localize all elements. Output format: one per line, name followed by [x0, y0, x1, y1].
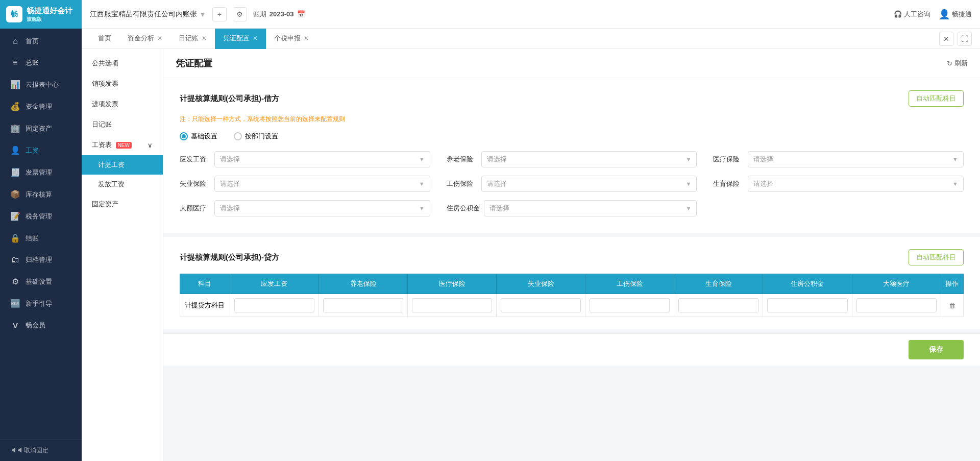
radio-basic-setting[interactable]: 基础设置: [180, 132, 217, 141]
cancel-fixed-button[interactable]: ◀◀ 取消固定: [0, 440, 82, 461]
sidebar-item-inventory[interactable]: 📦 库存核算: [0, 183, 82, 205]
unemployment-select[interactable]: 请选择 ▼: [214, 176, 430, 192]
credit-table: 科目 应发工资 养老保险 医疗保险 失业保险 工伤保险 生育保险 住房公积金 大…: [180, 274, 964, 317]
col-salary: 应发工资: [230, 274, 318, 294]
input-credit-large-medical[interactable]: [856, 298, 937, 312]
tab-voucher[interactable]: 凭证配置 ✕: [215, 29, 266, 49]
salary-label: 应发工资: [180, 155, 210, 164]
maternity-select[interactable]: 请选择 ▼: [748, 176, 964, 192]
close-window-button[interactable]: ✕: [939, 32, 953, 46]
table-row: 计提贷方科目 🗑: [180, 294, 964, 317]
settings-button[interactable]: ⚙: [233, 7, 247, 21]
sidebar-item-reports[interactable]: 📊 云报表中心: [0, 74, 82, 95]
debit-radio-group: 基础设置 按部门设置: [180, 132, 964, 141]
home-icon: ⌂: [10, 37, 20, 46]
cell-salary: [230, 294, 318, 317]
pension-label: 养老保险: [447, 155, 477, 164]
input-credit-injury[interactable]: [590, 298, 670, 312]
credit-auto-match-button[interactable]: 自动匹配科目: [909, 249, 964, 265]
input-credit-maternity[interactable]: [678, 298, 758, 312]
inventory-icon: 📦: [10, 189, 20, 199]
input-credit-pension[interactable]: [323, 298, 403, 312]
input-credit-salary[interactable]: [234, 298, 314, 312]
tab-funds-close[interactable]: ✕: [157, 35, 162, 42]
tab-tax-close[interactable]: ✕: [304, 35, 309, 42]
input-credit-housing[interactable]: [767, 298, 847, 312]
tab-journal[interactable]: 日记账 ✕: [170, 29, 215, 49]
delete-icon[interactable]: 🗑: [949, 302, 955, 309]
large-medical-select-arrow: ▼: [419, 205, 425, 211]
sidebar-item-vip[interactable]: V 畅会员: [0, 314, 82, 336]
fullscreen-button[interactable]: ⛶: [958, 32, 972, 46]
menu-item-payroll-table[interactable]: 工资表 NEW ∨: [82, 135, 163, 155]
sidebar-item-invoice[interactable]: 🧾 发票管理: [0, 161, 82, 183]
user-button[interactable]: 👤 畅捷通: [939, 9, 972, 20]
col-pension: 养老保险: [318, 274, 407, 294]
debit-section: 计提核算规则(公司承担)-借方 自动匹配科目 注：只能选择一种方式，系统将按照您…: [163, 78, 980, 237]
tab-journal-close[interactable]: ✕: [202, 35, 207, 42]
salary-select[interactable]: 请选择 ▼: [214, 151, 430, 167]
salary-icon: 👤: [10, 145, 20, 155]
medical-select-arrow: ▼: [952, 156, 958, 162]
pension-select[interactable]: 请选择 ▼: [481, 151, 697, 167]
radio-department-setting[interactable]: 按部门设置: [234, 132, 278, 141]
cell-housing: [763, 294, 852, 317]
closing-icon: 🔒: [10, 233, 20, 243]
content-area: 公共选项 销项发票 进项发票 日记账 工资表 NEW ∨ 计提工资: [82, 49, 980, 461]
main-area: 江西服宝精品有限责任公司内账张 ▼ + ⚙ 账期 2023-03 📅 🎧 人工咨…: [82, 0, 980, 461]
debit-auto-match-button[interactable]: 自动匹配科目: [909, 90, 964, 107]
menu-item-sales[interactable]: 销项发票: [82, 74, 163, 94]
menu-item-payroll-calc[interactable]: 计提工资: [82, 155, 163, 175]
sidebar-item-closing[interactable]: 🔒 结账: [0, 227, 82, 249]
input-credit-medical[interactable]: [412, 298, 492, 312]
ledger-icon: ≡: [10, 58, 20, 67]
col-large-medical: 大额医疗: [852, 274, 941, 294]
row-label: 计提贷方科目: [180, 294, 230, 317]
invoice-icon: 🧾: [10, 167, 20, 177]
housing-select[interactable]: 请选择 ▼: [484, 200, 697, 216]
maternity-select-arrow: ▼: [952, 181, 958, 187]
menu-item-journal[interactable]: 日记账: [82, 114, 163, 135]
cell-unemployment: [497, 294, 585, 317]
cell-operation: 🗑: [941, 294, 963, 317]
input-credit-unemployment[interactable]: [501, 298, 581, 312]
medical-select[interactable]: 请选择 ▼: [748, 151, 964, 167]
tab-home[interactable]: 首页: [90, 29, 119, 49]
form-row-injury: 工伤保险 请选择 ▼: [447, 176, 697, 192]
menu-item-public[interactable]: 公共选项: [82, 53, 163, 74]
sidebar-item-funds[interactable]: 💰 资金管理: [0, 95, 82, 117]
sidebar-item-assets[interactable]: 🏢 固定资产: [0, 117, 82, 139]
company-selector[interactable]: 江西服宝精品有限责任公司内账张 ▼: [90, 10, 206, 19]
reports-icon: 📊: [10, 80, 20, 89]
sidebar-item-settings[interactable]: ⚙ 基础设置: [0, 271, 82, 293]
sidebar-item-home[interactable]: ⌂ 首页: [0, 31, 82, 52]
sidebar-item-archive[interactable]: 🗂 归档管理: [0, 249, 82, 271]
tab-voucher-close[interactable]: ✕: [253, 35, 258, 42]
injury-select[interactable]: 请选择 ▼: [481, 176, 697, 192]
large-medical-label: 大额医疗: [180, 204, 210, 213]
col-operation: 操作: [941, 274, 963, 294]
add-button[interactable]: +: [212, 7, 227, 21]
sidebar-item-ledger[interactable]: ≡ 总账: [0, 52, 82, 74]
debit-section-note: 注：只能选择一种方式，系统将按照您当前的选择来配置规则: [180, 115, 964, 124]
period-selector[interactable]: 账期 2023-03 📅: [253, 10, 305, 19]
large-medical-select[interactable]: 请选择 ▼: [214, 200, 430, 216]
sidebar-item-guide[interactable]: 🆕 新手引导: [0, 293, 82, 314]
sidebar-item-tax[interactable]: 📝 税务管理: [0, 205, 82, 227]
menu-item-payroll-pay[interactable]: 发放工资: [82, 175, 163, 194]
cell-medical: [408, 294, 497, 317]
consultant-button[interactable]: 🎧 人工咨询: [894, 10, 930, 19]
sidebar-item-salary[interactable]: 👤 工资: [0, 139, 82, 161]
debit-section-header: 计提核算规则(公司承担)-借方 自动匹配科目: [180, 90, 964, 113]
menu-item-fixed-assets[interactable]: 固定资产: [82, 194, 163, 214]
table-header-row: 科目 应发工资 养老保险 医疗保险 失业保险 工伤保险 生育保险 住房公积金 大…: [180, 274, 964, 294]
cell-injury: [585, 294, 674, 317]
tab-funds[interactable]: 资金分析 ✕: [119, 29, 170, 49]
debit-form-grid: 应发工资 请选择 ▼ 养老保险 请选择 ▼ 医疗: [180, 151, 964, 216]
menu-item-purchase[interactable]: 进项发票: [82, 94, 163, 114]
housing-select-arrow: ▼: [685, 205, 691, 211]
refresh-button[interactable]: ↻ 刷新: [947, 59, 968, 68]
tab-tax[interactable]: 个税申报 ✕: [266, 29, 317, 49]
guide-icon: 🆕: [10, 299, 20, 308]
save-button[interactable]: 保存: [909, 340, 964, 359]
